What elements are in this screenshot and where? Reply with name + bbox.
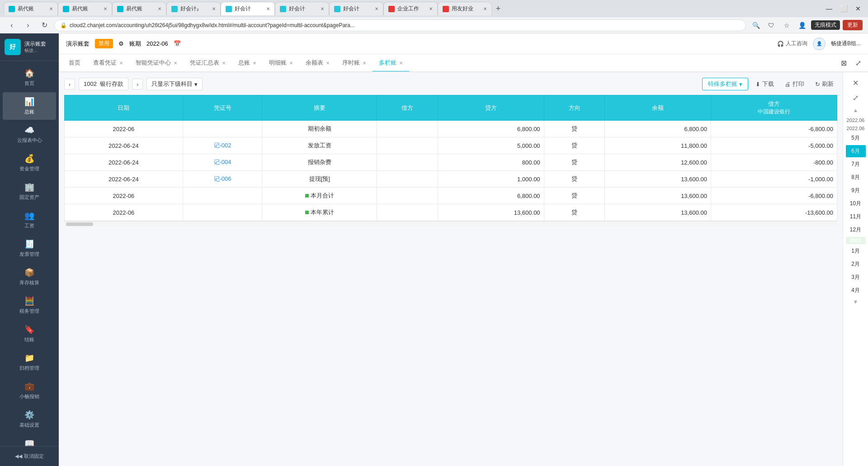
sidebar-item-settings[interactable]: ⚙️ 基础设置 <box>3 405 56 433</box>
tab-close-icon[interactable]: ✕ <box>289 61 293 66</box>
sidebar-item-guide[interactable]: 📖 新手引导 <box>3 434 56 446</box>
multi-col-button[interactable]: 特殊多栏账 ▾ <box>702 78 748 90</box>
month-october[interactable]: 10月 <box>846 198 866 210</box>
new-tab-button[interactable]: + <box>492 2 505 15</box>
tab-close-icon[interactable]: ✕ <box>222 61 226 66</box>
expand-button[interactable]: ⤢ <box>852 56 864 69</box>
tab-close-icon[interactable]: ✕ <box>212 6 216 11</box>
profile-icon[interactable]: 👤 <box>796 19 808 32</box>
incognito-button[interactable]: 无痕模式 <box>811 20 840 30</box>
tab-yidaizhang-3[interactable]: 易代账 ✕ <box>112 2 166 15</box>
tab-journal[interactable]: 序时账 ✕ <box>336 55 373 72</box>
tab-general-ledger[interactable]: 总账 ✕ <box>232 55 263 72</box>
minimize-button[interactable]: — <box>823 2 835 15</box>
sidebar-item-tax[interactable]: 🧮 税务管理 <box>3 292 56 319</box>
print-button[interactable]: 🖨 打印 <box>781 78 808 90</box>
tab-close-icon[interactable]: ✕ <box>326 61 330 66</box>
filter-select[interactable]: 只显示下级科目 ▾ <box>146 78 203 90</box>
panel-expand-button[interactable]: ⤢ <box>843 91 868 105</box>
tab-view-voucher[interactable]: 查看凭证 ✕ <box>87 55 129 72</box>
demo-badge[interactable]: 禁用 <box>95 39 113 48</box>
restore-button[interactable]: ⬜ <box>837 2 850 15</box>
month-august[interactable]: 8月 <box>846 171 866 184</box>
month-november[interactable]: 11月 <box>846 211 866 223</box>
reload-button[interactable]: ↻ <box>38 19 51 32</box>
download-button[interactable]: ⬇ 下载 <box>752 78 778 90</box>
pin-button[interactable]: ◀◀ 取消固定 <box>3 450 56 462</box>
table-row: 2022-06 本月合计 6,800.00 贷 13,600.00 -6,800… <box>65 188 837 204</box>
month-feb[interactable]: 2月 <box>846 258 866 270</box>
sidebar-item-archive[interactable]: 📁 归档管理 <box>3 348 56 376</box>
month-jan[interactable]: 1月 <box>846 245 866 257</box>
month-july[interactable]: 7月 <box>846 158 866 170</box>
tab-close-icon[interactable]: ✕ <box>49 6 53 11</box>
sidebar-item-invoice[interactable]: 🧾 发票管理 <box>3 235 56 262</box>
cell-voucher[interactable]: 记-002 <box>183 137 262 154</box>
account-selector[interactable]: 1002 银行存款 <box>79 78 128 90</box>
tab-close-icon[interactable]: ✕ <box>119 61 123 66</box>
update-button[interactable]: 更新 <box>843 20 863 30</box>
refresh-button[interactable]: ↻ 刷新 <box>811 78 837 90</box>
tab-close-icon[interactable]: ✕ <box>483 6 487 11</box>
tab-detail-ledger[interactable]: 明细账 ✕ <box>263 55 299 72</box>
forward-button[interactable]: › <box>22 19 34 32</box>
sidebar-item-ledger[interactable]: 📊 总账 <box>3 92 56 120</box>
panel-close-button[interactable]: ✕ <box>843 76 868 90</box>
month-apr[interactable]: 4月 <box>846 284 866 297</box>
month-may[interactable]: 5月 <box>846 132 866 144</box>
tab-yonyou[interactable]: 用友好业 ✕ <box>438 2 492 15</box>
sidebar-item-close-accounts[interactable]: 🔖 结账 <box>3 320 56 348</box>
sidebar-item-home[interactable]: 🏠 首页 <box>3 64 56 91</box>
month-mar[interactable]: 3月 <box>846 271 866 283</box>
tab-close-icon[interactable]: ✕ <box>321 6 324 11</box>
tab-close-icon[interactable]: ✕ <box>375 6 378 11</box>
sidebar-item-salary[interactable]: 👥 工资 <box>3 206 56 234</box>
sidebar-item-assets[interactable]: 🏢 固定资产 <box>3 178 56 205</box>
tab-yidaizhang-2[interactable]: 易代账 ✕ <box>58 2 112 15</box>
tab-smart-voucher[interactable]: 智能凭证中心 ✕ <box>129 55 184 72</box>
bookmark-icon[interactable]: ☆ <box>780 19 793 32</box>
url-input[interactable]: 🔒 cloud2.chanjet.com/accounting/uh26t264… <box>54 19 746 31</box>
tab-close-icon[interactable]: ✕ <box>158 6 161 11</box>
scroll-up-button[interactable]: ▲ <box>846 106 866 115</box>
tab-voucher-summary[interactable]: 凭证汇总表 ✕ <box>184 55 232 72</box>
search-icon[interactable]: 🔍 <box>750 19 762 32</box>
tab-haokuaiji-1[interactable]: 好会计₂ ✕ <box>166 2 221 15</box>
prev-account-button[interactable]: ‹ <box>64 79 75 89</box>
scroll-thumb[interactable] <box>66 222 93 226</box>
tab-home[interactable]: 首页 <box>62 55 87 72</box>
back-button[interactable]: ‹ <box>5 19 18 32</box>
sidebar-item-inventory[interactable]: 📦 库存核算 <box>3 263 56 291</box>
collapse-button[interactable]: ⊠ <box>837 56 850 69</box>
sidebar-item-reports[interactable]: ☁️ 云报表中心 <box>3 121 56 148</box>
tab-yidaizhang-1[interactable]: 易代账 ✕ <box>4 2 58 15</box>
sidebar-item-funds[interactable]: 💰 资金管理 <box>3 149 56 177</box>
tab-haokuaiji-3[interactable]: 好会计 ✕ <box>329 2 383 15</box>
tab-haokuaiji-active[interactable]: 好会计 ✕ <box>221 2 275 15</box>
tab-multi-col[interactable]: 多栏账 ✕ <box>373 55 409 72</box>
tab-close-icon[interactable]: ✕ <box>174 61 177 66</box>
shield-icon[interactable]: 🛡 <box>765 19 778 32</box>
gear-icon[interactable]: ⚙ <box>118 40 124 47</box>
month-december[interactable]: 12月 <box>846 224 866 236</box>
tab-close-icon[interactable]: ✕ <box>399 61 403 66</box>
cell-voucher[interactable]: 记-006 <box>183 171 262 188</box>
next-account-button[interactable]: › <box>132 79 143 89</box>
tab-close-icon[interactable]: ✕ <box>253 61 256 66</box>
horizontal-scrollbar[interactable] <box>64 221 837 226</box>
consult-button[interactable]: 🎧 人工咨询 <box>777 40 807 47</box>
cell-voucher[interactable]: 记-004 <box>183 154 262 171</box>
calendar-icon[interactable]: 📅 <box>174 40 181 47</box>
tab-close-icon[interactable]: ✕ <box>363 61 366 66</box>
tab-balance[interactable]: 余额表 ✕ <box>299 55 336 72</box>
tab-close-icon[interactable]: ✕ <box>429 6 433 11</box>
month-june[interactable]: 6月 <box>846 145 866 157</box>
close-button[interactable]: ✕ <box>852 2 864 15</box>
tab-close-icon[interactable]: ✕ <box>104 6 107 11</box>
tab-haokuaiji-2[interactable]: 好会计 ✕ <box>275 2 329 15</box>
tab-qiye[interactable]: 企业工作 ✕ <box>383 2 438 15</box>
month-september[interactable]: 9月 <box>846 184 866 197</box>
sidebar-item-expense[interactable]: 💼 小畅报销 <box>3 377 56 405</box>
tab-close-icon[interactable]: ✕ <box>266 6 270 11</box>
scroll-down-button[interactable]: ▼ <box>846 297 866 306</box>
